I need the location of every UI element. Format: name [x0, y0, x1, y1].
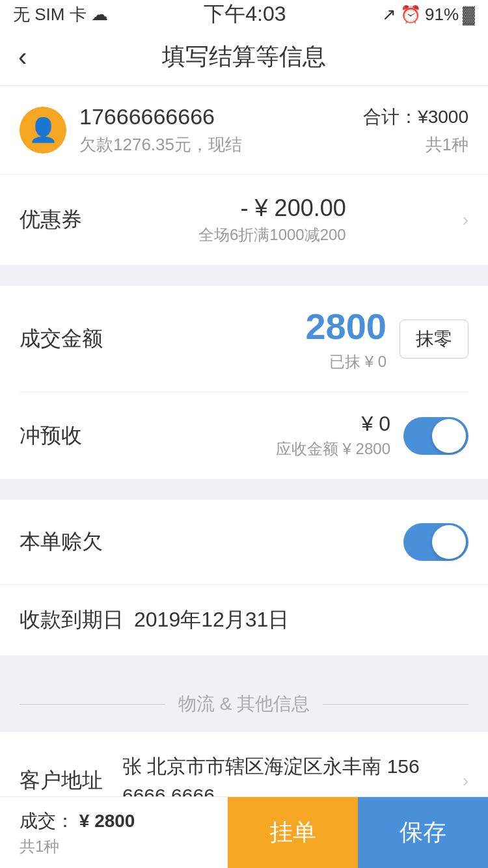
duedate-label: 收款到期日 — [20, 606, 124, 634]
coupon-right-wrapper: - ¥ 200.00 全场6折满1000减200 — [198, 195, 346, 245]
customer-debt: 欠款1276.35元，现结 — [79, 133, 242, 156]
customer-phone: 17666666666 — [79, 104, 242, 129]
debt-toggle[interactable] — [403, 523, 468, 561]
deal-amount: ¥ 2800 — [79, 811, 135, 831]
amount-right-wrapper: 2800 已抹 ¥ 0 — [305, 305, 386, 372]
deal-amount-right: 2800 已抹 ¥ 0 抹零 — [305, 305, 468, 372]
amount-section: 成交金额 2800 已抹 ¥ 0 抹零 冲预收 ¥ 0 应收金额 ¥ 2800 — [0, 286, 488, 479]
deal-amount-value: 2800 — [305, 305, 386, 347]
page-title: 填写结算等信息 — [162, 41, 326, 73]
status-left: 无 SIM 卡 ☁ — [13, 3, 108, 26]
bottom-bar: 成交： ¥ 2800 共1种 挂单 保存 — [0, 796, 488, 868]
prereceive-sub: 应收金额 ¥ 2800 — [276, 439, 390, 459]
coupon-chevron-icon: › — [463, 210, 468, 230]
logistics-line-right — [323, 704, 468, 705]
divider-1 — [0, 275, 488, 286]
prereceive-row: 冲预收 ¥ 0 应收金额 ¥ 2800 — [20, 392, 468, 479]
deal-label: 成交： — [20, 811, 74, 831]
prereceive-toggle[interactable] — [403, 417, 468, 455]
hold-button[interactable]: 挂单 — [228, 797, 358, 869]
bottom-count-label: 共1种 — [20, 836, 208, 857]
coupon-label: 优惠券 — [20, 206, 82, 234]
nav-bar: ‹ 填写结算等信息 — [0, 29, 488, 86]
deal-amount-row: 成交金额 2800 已抹 ¥ 0 抹零 — [20, 286, 468, 392]
coupon-row[interactable]: 优惠券 - ¥ 200.00 全场6折满1000减200 › — [0, 174, 488, 265]
no-sim-text: 无 SIM 卡 ☁ — [13, 3, 108, 26]
deal-amount-sub: 已抹 ¥ 0 — [305, 351, 386, 372]
toggle-circle — [432, 419, 466, 453]
address-right: › — [463, 770, 468, 791]
deal-amount-label: 成交金额 — [20, 325, 103, 353]
prereceive-right: ¥ 0 应收金额 ¥ 2800 — [276, 412, 468, 459]
status-bar: 无 SIM 卡 ☁ 下午4:03 ↗ ⏰ 91% ▓ — [0, 0, 488, 29]
logistics-line-left — [20, 704, 165, 705]
round-button[interactable]: 抹零 — [400, 319, 468, 359]
back-button[interactable]: ‹ — [18, 42, 27, 72]
debt-label: 本单赊欠 — [20, 528, 103, 556]
debt-section: 本单赊欠 收款到期日 2019年12月31日 — [0, 500, 488, 655]
alarm-icon: ⏰ — [400, 5, 421, 25]
prereceive-amount-wrapper: ¥ 0 应收金额 ¥ 2800 — [276, 412, 390, 459]
duedate-value: 2019年12月31日 — [134, 606, 289, 634]
address-label: 客户地址 — [20, 766, 103, 795]
divider-2 — [0, 489, 488, 500]
save-button[interactable]: 保存 — [358, 797, 488, 869]
prereceive-label: 冲预收 — [20, 422, 82, 450]
logistics-text: 物流 & 其他信息 — [165, 692, 323, 716]
coupon-desc: 全场6折满1000减200 — [198, 224, 346, 245]
customer-left: 👤 17666666666 欠款1276.35元，现结 — [20, 104, 242, 156]
prereceive-value: ¥ 0 — [276, 412, 390, 436]
avatar-icon: 👤 — [29, 116, 58, 144]
debt-toggle-circle — [432, 525, 466, 559]
avatar: 👤 — [20, 107, 66, 154]
location-icon: ↗ — [382, 5, 396, 25]
customer-info: 17666666666 欠款1276.35元，现结 — [79, 104, 242, 156]
bottom-summary: 成交： ¥ 2800 共1种 — [0, 809, 228, 857]
total-count: 共1种 — [363, 133, 468, 156]
customer-right: 合计：¥3000 共1种 — [363, 105, 468, 156]
status-time: 下午4:03 — [204, 0, 286, 29]
total-label: 合计：¥3000 — [363, 105, 468, 129]
battery-icon: ▓ — [463, 5, 475, 25]
address-chevron-icon: › — [463, 770, 468, 791]
customer-row: 👤 17666666666 欠款1276.35元，现结 合计：¥3000 共1种 — [0, 86, 488, 174]
status-right: ↗ ⏰ 91% ▓ — [382, 5, 475, 25]
bottom-summary-top: 成交： ¥ 2800 — [20, 809, 208, 834]
divider-3 — [0, 666, 488, 676]
logistics-header: 物流 & 其他信息 — [0, 676, 488, 732]
customer-section: 👤 17666666666 欠款1276.35元，现结 合计：¥3000 共1种… — [0, 86, 488, 265]
coupon-value: - ¥ 200.00 — [198, 195, 346, 222]
debt-row: 本单赊欠 — [0, 500, 488, 584]
duedate-row: 收款到期日 2019年12月31日 — [0, 584, 488, 655]
battery-text: 91% — [425, 5, 459, 25]
